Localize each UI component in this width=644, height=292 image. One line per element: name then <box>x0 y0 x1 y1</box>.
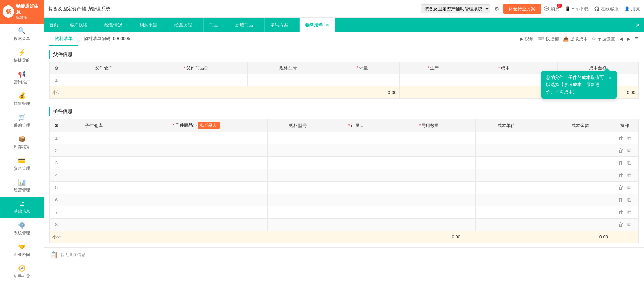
nav-tab-close-3[interactable]: ✕ <box>160 23 163 27</box>
sidebar-item-0[interactable]: 🔍搜索菜单 <box>0 24 44 45</box>
view-btn[interactable]: ▶ 视频 <box>520 36 534 42</box>
extract-cost-btn[interactable]: 📥 提取成本 <box>563 36 588 42</box>
child-cell-warehouse-2[interactable] <box>63 144 125 157</box>
tooltip-close-btn[interactable]: × <box>609 74 612 82</box>
child-cell-product-7[interactable] <box>125 206 267 219</box>
nav-right-icon[interactable]: ▶ <box>627 36 630 42</box>
child-cell-spec-1[interactable] <box>268 132 329 144</box>
nav-tabs-close-all[interactable]: ✕ <box>631 22 644 28</box>
delete-btn-3[interactable]: 🗑 <box>618 160 624 166</box>
child-cell-warehouse-1[interactable] <box>63 132 125 144</box>
parent-cell-warehouse-1[interactable] <box>63 74 144 86</box>
system-selector[interactable]: 装备及固定资产辅助管理系统 <box>421 4 490 13</box>
sub-tab-bill[interactable]: 物料清单 <box>49 32 78 46</box>
child-cell-spec-4[interactable] <box>268 169 329 182</box>
sidebar-item-11[interactable]: 🧭新手引导 <box>0 261 44 283</box>
sidebar-item-2[interactable]: 📢营销推广 <box>0 67 44 89</box>
nav-tab-7[interactable]: 条码方案✕ <box>265 18 300 32</box>
child-cell-qty-3[interactable] <box>395 157 463 169</box>
child-cell-qty-7[interactable] <box>395 206 463 219</box>
delete-btn-4[interactable]: 🗑 <box>618 172 624 178</box>
child-cell-unit-cost-8[interactable] <box>475 219 537 231</box>
parent-cell-produce-1[interactable] <box>399 74 470 86</box>
child-cell-qty-5[interactable] <box>395 182 463 194</box>
nav-tab-4[interactable]: 经营历程✕ <box>169 18 204 32</box>
child-cell-unit-7[interactable] <box>329 206 383 219</box>
child-cell-spec-5[interactable] <box>268 182 329 194</box>
delete-btn-2[interactable]: 🗑 <box>618 148 624 153</box>
single-settings-btn[interactable]: ⚙ 单据设置 <box>592 36 615 42</box>
child-cell-unit-2[interactable] <box>329 144 383 157</box>
child-cell-unit-cost-1[interactable] <box>475 132 537 144</box>
child-cell-spec-2[interactable] <box>268 144 329 157</box>
child-cell-qty-8[interactable] <box>395 219 463 231</box>
child-cell-warehouse-6[interactable] <box>63 194 125 206</box>
scan-input-btn[interactable]: 扫码录入 <box>198 122 220 129</box>
parent-cell-spec-1[interactable] <box>248 74 329 86</box>
nav-tab-2[interactable]: 经营情况✕ <box>99 18 134 32</box>
delete-btn-5[interactable]: 🗑 <box>618 185 624 190</box>
child-cell-product-3[interactable] <box>125 157 267 169</box>
child-cell-spec-3[interactable] <box>268 157 329 169</box>
child-cell-unit-6[interactable] <box>329 194 383 206</box>
nav-tab-8[interactable]: 物料清单✕ <box>300 18 335 32</box>
child-cell-unit-8[interactable] <box>329 219 383 231</box>
shortcut-btn[interactable]: ⌨ 快捷键 <box>538 36 559 42</box>
child-cell-product-5[interactable] <box>125 182 267 194</box>
copy-btn-8[interactable]: ⧉ <box>627 222 631 227</box>
copy-btn-6[interactable]: ⧉ <box>627 197 631 203</box>
sidebar-item-1[interactable]: ⚡快捷导航 <box>0 45 44 67</box>
child-cell-unit-3[interactable] <box>329 157 383 169</box>
child-cell-warehouse-3[interactable] <box>63 157 125 169</box>
child-col-settings[interactable]: ⚙ <box>50 119 63 132</box>
sidebar-item-8[interactable]: 🗂基础信息 <box>0 197 44 218</box>
parent-cell-cost-1[interactable] <box>470 74 541 86</box>
online-service-item[interactable]: 🎧 在线客服 <box>594 6 619 12</box>
child-cell-spec-7[interactable] <box>268 206 329 219</box>
child-cell-product-1[interactable] <box>125 132 267 144</box>
app-download-item[interactable]: 📱 App下载 <box>565 6 589 12</box>
child-cell-unit-cost-2[interactable] <box>475 144 537 157</box>
nav-tab-close-4[interactable]: ✕ <box>195 23 198 27</box>
child-cell-spec-8[interactable] <box>268 219 329 231</box>
child-cell-unit-5[interactable] <box>329 182 383 194</box>
child-cell-product-2[interactable] <box>125 144 267 157</box>
child-cell-unit-cost-6[interactable] <box>475 194 537 206</box>
nav-tab-0[interactable]: 首页 <box>44 18 64 32</box>
parent-cell-product-1[interactable] <box>144 74 248 86</box>
child-cell-product-6[interactable] <box>125 194 267 206</box>
sidebar-item-5[interactable]: 📦库存核算 <box>0 132 44 153</box>
child-cell-qty-4[interactable] <box>395 169 463 182</box>
child-cell-unit-1[interactable] <box>329 132 383 144</box>
child-cell-warehouse-8[interactable] <box>63 219 125 231</box>
nav-tab-close-1[interactable]: ✕ <box>90 23 93 27</box>
child-cell-qty-6[interactable] <box>395 194 463 206</box>
child-cell-unit-cost-5[interactable] <box>475 182 537 194</box>
child-cell-warehouse-5[interactable] <box>63 182 125 194</box>
sidebar-item-6[interactable]: 💳资金管理 <box>0 153 44 175</box>
sidebar-item-7[interactable]: 📊经营管理 <box>0 175 44 197</box>
copy-btn-5[interactable]: ⧉ <box>627 185 631 190</box>
parent-col-settings[interactable]: ⚙ <box>50 62 63 74</box>
message-item[interactable]: 💬 消息 5 <box>544 6 559 12</box>
nav-tab-close-2[interactable]: ✕ <box>125 23 128 27</box>
nav-tab-3[interactable]: 利润报告✕ <box>134 18 169 32</box>
child-cell-qty-1[interactable] <box>395 132 463 144</box>
child-cell-unit-cost-4[interactable] <box>475 169 537 182</box>
child-cell-unit-4[interactable] <box>329 169 383 182</box>
copy-btn-2[interactable]: ⧉ <box>627 148 631 153</box>
copy-btn-7[interactable]: ⧉ <box>627 209 631 215</box>
delete-btn-8[interactable]: 🗑 <box>618 222 624 227</box>
copy-btn-1[interactable]: ⧉ <box>627 135 631 141</box>
gear-icon[interactable]: ⚙ <box>493 4 500 13</box>
delete-btn-7[interactable]: 🗑 <box>618 209 624 215</box>
sub-tab-code[interactable]: 物料清单编码 0000005 <box>78 32 136 46</box>
sidebar-item-3[interactable]: 💰销售管理 <box>0 89 44 110</box>
sidebar-item-9[interactable]: ⚙️系统管理 <box>0 218 44 240</box>
trial-btn[interactable]: 体验行业方案 <box>503 4 541 14</box>
nav-tab-close-7[interactable]: ✕ <box>291 23 294 27</box>
sidebar-item-10[interactable]: 🤝企业协同 <box>0 240 44 261</box>
delete-btn-1[interactable]: 🗑 <box>618 135 624 141</box>
nav-tab-6[interactable]: 新增商品✕ <box>230 18 265 32</box>
nav-tab-close-6[interactable]: ✕ <box>256 23 259 27</box>
